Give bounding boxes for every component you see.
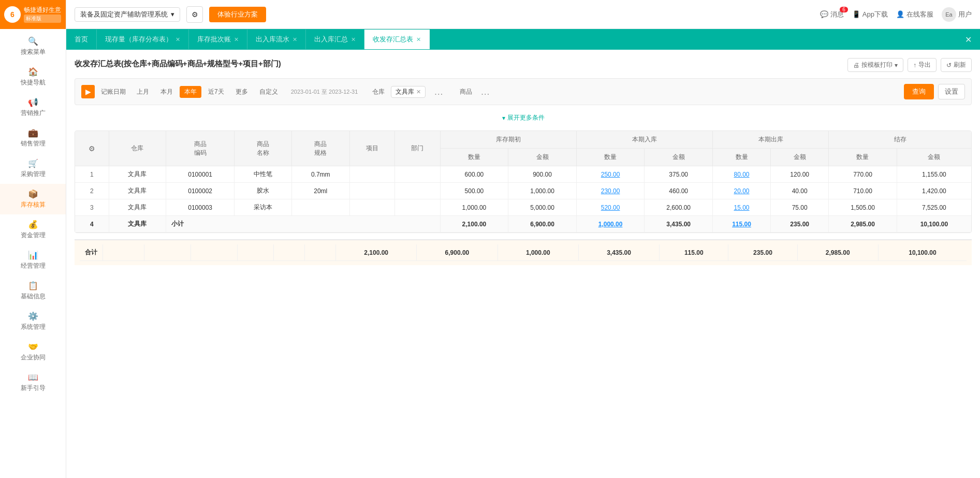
filter-toggle-button[interactable]: ▶ [81, 85, 95, 98]
cell-out-qty[interactable]: 15.00 [712, 199, 770, 216]
data-table: ⚙ 仓库 商品编码 商品名称 商品规格 项目 部门 库存期初 本期入库 本期出库… [75, 131, 971, 233]
column-settings-icon[interactable]: ⚙ [89, 144, 95, 153]
sidebar-item-guide[interactable]: 📖新手引导 [0, 367, 66, 398]
subtotal-in-qty[interactable]: 1,000.00 [576, 216, 645, 233]
tab-close-icon[interactable]: ✕ [416, 36, 421, 43]
date-option-自定义[interactable]: 自定义 [255, 86, 283, 98]
cell-opening-qty: 500.00 [440, 183, 508, 199]
logo-text-area: 畅捷通好生意 标准版 [24, 6, 61, 23]
total-label: 合计 [80, 244, 103, 261]
th-warehouse: 仓库 [109, 131, 166, 166]
cell-goods-name: 胶水 [234, 183, 291, 199]
date-option-本年[interactable]: 本年 [180, 86, 201, 98]
tab-close-icon[interactable]: ✕ [234, 36, 239, 43]
total-in-amt: 3,435.00 [578, 244, 659, 261]
cell-project [349, 199, 394, 216]
cell-dept [395, 199, 440, 216]
tab-[interactable]: 首页 [66, 30, 97, 49]
try-industry-button[interactable]: 体验行业方案 [209, 7, 266, 22]
th-in-amt: 金额 [645, 149, 713, 166]
warehouse-more-button[interactable]: … [432, 86, 445, 97]
user-menu-button[interactable]: Ea 用户 [942, 7, 972, 22]
sidebar-item-purchase[interactable]: 🛒采购管理 [0, 153, 66, 184]
phone-icon: 📱 [852, 10, 860, 18]
sidebar-item-finance[interactable]: 💰资金管理 [0, 214, 66, 245]
system-title-text: 装备及固定资产辅助管理系统 [80, 10, 168, 19]
sidebar-item-quicknav[interactable]: 🏠快捷导航 [0, 62, 66, 92]
cell-out-qty[interactable]: 20.00 [712, 183, 770, 199]
tab-close-icon[interactable]: ✕ [292, 36, 297, 43]
cell-balance-qty: 710.00 [829, 183, 897, 199]
sidebar-item-system[interactable]: ⚙️系统管理 [0, 306, 66, 337]
cell-in-qty[interactable]: 520.00 [576, 199, 645, 216]
tab-[interactable]: 库存批次账✕ [189, 30, 247, 49]
online-service-button[interactable]: 👤 在线客服 [896, 10, 933, 19]
warehouse-filter-label: 仓库 [372, 88, 385, 96]
th-out-amt: 金额 [771, 149, 829, 166]
main-area: 装备及固定资产辅助管理系统 ▾ ⚙ 体验行业方案 💬 消息 6 📱 App下载 … [66, 0, 980, 478]
th-group-opening: 库存期初 [440, 131, 576, 149]
expand-more-button[interactable]: ▾ 展开更多条件 [75, 111, 972, 124]
cell-dept [395, 183, 440, 199]
tab-[interactable]: 出入库流水✕ [247, 30, 306, 49]
table-row: 2 文具库 0100002 胶水 20ml 500.00 1,000.00 23… [75, 183, 971, 199]
sidebar-nav: 🔍搜索菜单🏠快捷导航📢营销推广💼销售管理🛒采购管理📦库存核算💰资金管理📊经营管理… [0, 29, 66, 478]
cell-goods-name: 采访本 [234, 199, 291, 216]
date-option-近7天[interactable]: 近7天 [203, 86, 229, 98]
cell-goods-name: 中性笔 [234, 166, 291, 183]
guide-icon: 📖 [28, 372, 38, 382]
export-button[interactable]: ↑ 导出 [908, 58, 937, 72]
search-icon: 🔍 [28, 36, 38, 46]
finance-icon: 💰 [28, 220, 38, 229]
cell-seq: 1 [75, 166, 109, 183]
sidebar-item-label: 快捷导航 [21, 78, 46, 87]
tab-bar-close-button[interactable]: ✕ [957, 30, 980, 50]
filter-setting-button[interactable]: 设置 [938, 84, 965, 99]
date-option-更多[interactable]: 更多 [231, 86, 253, 98]
query-button[interactable]: 查询 [904, 84, 934, 99]
th-opening-amt: 金额 [508, 149, 577, 166]
date-option-本月[interactable]: 本月 [156, 86, 178, 98]
user-initials: Ea [945, 11, 952, 18]
sidebar-item-search[interactable]: 🔍搜索菜单 [0, 31, 66, 62]
sales-icon: 💼 [28, 128, 38, 138]
marketing-icon: 📢 [28, 97, 38, 107]
cell-project [349, 183, 394, 199]
subtotal-out-qty[interactable]: 115.00 [712, 216, 770, 233]
cell-goods-code: 0100003 [166, 199, 235, 216]
th-settings[interactable]: ⚙ [75, 131, 109, 166]
date-option-上月[interactable]: 上月 [132, 86, 154, 98]
tab-close-icon[interactable]: ✕ [351, 36, 356, 43]
cell-in-qty[interactable]: 250.00 [576, 166, 645, 183]
sidebar-item-inventory[interactable]: 📦库存核算 [0, 184, 66, 214]
cell-goods-code: 0100001 [166, 166, 235, 183]
sidebar-item-label: 库存核算 [21, 200, 46, 209]
app-download-button[interactable]: 📱 App下载 [852, 10, 888, 19]
sidebar-item-operations[interactable]: 📊经营管理 [0, 245, 66, 276]
sidebar-item-collab[interactable]: 🤝企业协同 [0, 337, 66, 367]
tab-[interactable]: 出入库汇总✕ [306, 30, 364, 49]
cell-out-amt: 120.00 [771, 166, 829, 183]
top-header: 装备及固定资产辅助管理系统 ▾ ⚙ 体验行业方案 💬 消息 6 📱 App下载 … [66, 0, 980, 29]
basic-icon: 📋 [28, 281, 38, 291]
warehouse-tag-close-button[interactable]: ✕ [416, 89, 421, 95]
goods-more-button[interactable]: … [478, 86, 492, 97]
cell-out-qty[interactable]: 80.00 [712, 166, 770, 183]
message-button[interactable]: 💬 消息 6 [820, 10, 844, 19]
refresh-button[interactable]: ↺ 刷新 [941, 58, 972, 72]
print-template-button[interactable]: 🖨 按模板打印 ▾ [847, 58, 903, 72]
sidebar-item-sales[interactable]: 💼销售管理 [0, 123, 66, 153]
tab-close-icon[interactable]: ✕ [175, 36, 180, 43]
cell-balance-amt: 7,525.00 [897, 199, 971, 216]
sidebar-item-marketing[interactable]: 📢营销推广 [0, 92, 66, 123]
tab-[interactable]: 现存量（库存分布表）✕ [97, 30, 189, 49]
subtotal-opening-qty: 2,100.00 [440, 216, 508, 233]
tab-[interactable]: 收发存汇总表✕ [364, 30, 430, 49]
quicknav-icon: 🏠 [28, 67, 38, 77]
system-title-select[interactable]: 装备及固定资产辅助管理系统 ▾ [75, 7, 180, 22]
settings-button[interactable]: ⚙ [186, 6, 203, 23]
sidebar-item-basic[interactable]: 📋基础信息 [0, 276, 66, 306]
date-options: 上月本月本年近7天更多自定义 [132, 86, 283, 98]
cell-project [349, 166, 394, 183]
cell-in-qty[interactable]: 230.00 [576, 183, 645, 199]
